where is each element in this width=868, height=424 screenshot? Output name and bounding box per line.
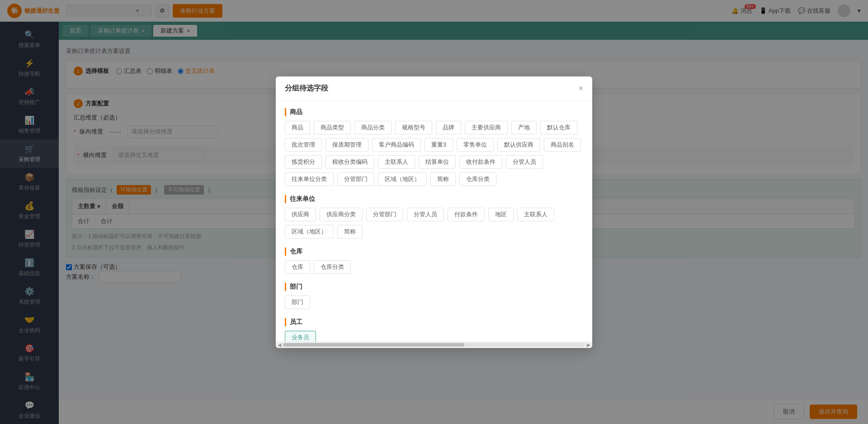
field-tags-1: 供应商供应商分类分管部门分管人员付款条件地区主联系人区域（地区）简称 bbox=[285, 208, 583, 238]
field-tag-1-5[interactable]: 地区 bbox=[488, 208, 514, 221]
modal-close-button[interactable]: × bbox=[578, 84, 583, 93]
field-tag-2-1[interactable]: 仓库分类 bbox=[314, 260, 351, 274]
field-group-title-2: 仓库 bbox=[285, 248, 583, 256]
field-tag-0-0[interactable]: 商品 bbox=[285, 121, 310, 134]
modal-header: 分组待选字段 × bbox=[276, 76, 592, 101]
field-tag-1-8[interactable]: 简称 bbox=[337, 225, 363, 238]
field-tag-1-0[interactable]: 供应商 bbox=[285, 208, 316, 221]
field-group-1: 往来单位供应商供应商分类分管部门分管人员付款条件地区主联系人区域（地区）简称 bbox=[285, 195, 583, 238]
field-tag-0-19[interactable]: 收付款条件 bbox=[459, 155, 502, 169]
field-tag-4-0[interactable]: 业务员 bbox=[285, 331, 316, 342]
field-group-title-0: 商品 bbox=[285, 108, 583, 116]
hscroll-left-arrow[interactable]: ◀ bbox=[278, 342, 281, 348]
field-tag-0-25[interactable]: 仓库分类 bbox=[459, 172, 496, 186]
modal-horizontal-scrollbar[interactable]: ◀ ▶ bbox=[276, 342, 592, 348]
field-tag-3-0[interactable]: 部门 bbox=[285, 295, 310, 309]
hscroll-thumb bbox=[283, 343, 464, 347]
field-tag-1-2[interactable]: 分管部门 bbox=[366, 208, 403, 221]
field-tag-0-18[interactable]: 结算单位 bbox=[419, 155, 456, 169]
field-tag-1-7[interactable]: 区域（地区） bbox=[285, 225, 334, 238]
field-tag-1-6[interactable]: 主联系人 bbox=[517, 208, 554, 221]
field-tag-0-7[interactable]: 默认仓库 bbox=[540, 121, 577, 134]
field-tag-0-5[interactable]: 主要供应商 bbox=[465, 121, 508, 134]
field-tag-0-12[interactable]: 零售单位 bbox=[457, 138, 494, 152]
field-tags-3: 部门 bbox=[285, 295, 583, 309]
modal-body: 商品商品商品类型商品分类规格型号品牌主要供应商产地默认仓库批次管理保质期管理客户… bbox=[276, 101, 592, 342]
field-tag-1-3[interactable]: 分管人员 bbox=[407, 208, 444, 221]
field-group-2: 仓库仓库仓库分类 bbox=[285, 248, 583, 274]
hscroll-track bbox=[283, 343, 585, 347]
field-tag-0-15[interactable]: 拣货积分 bbox=[285, 155, 322, 169]
field-tag-0-20[interactable]: 分管人员 bbox=[506, 155, 543, 169]
field-tags-2: 仓库仓库分类 bbox=[285, 260, 583, 274]
field-tag-0-10[interactable]: 客户商品编码 bbox=[372, 138, 421, 152]
field-tag-1-4[interactable]: 付款条件 bbox=[448, 208, 485, 221]
field-tags-0: 商品商品类型商品分类规格型号品牌主要供应商产地默认仓库批次管理保质期管理客户商品… bbox=[285, 121, 583, 186]
field-group-3: 部门部门 bbox=[285, 283, 583, 309]
field-tag-0-14[interactable]: 商品别名 bbox=[544, 138, 581, 152]
field-tag-1-1[interactable]: 供应商分类 bbox=[320, 208, 363, 221]
field-tag-0-3[interactable]: 规格型号 bbox=[395, 121, 432, 134]
modal-title: 分组待选字段 bbox=[285, 84, 328, 93]
field-group-title-3: 部门 bbox=[285, 283, 583, 291]
field-tag-0-13[interactable]: 默认供应商 bbox=[497, 138, 540, 152]
field-tag-0-4[interactable]: 品牌 bbox=[436, 121, 461, 134]
modal-overlay: 分组待选字段 × 商品商品商品类型商品分类规格型号品牌主要供应商产地默认仓库批次… bbox=[0, 0, 868, 424]
field-tag-2-0[interactable]: 仓库 bbox=[285, 260, 310, 274]
field-group-4: 员工业务员 bbox=[285, 318, 583, 342]
field-tag-0-21[interactable]: 往来单位分类 bbox=[285, 172, 334, 186]
field-tag-0-6[interactable]: 产地 bbox=[511, 121, 537, 134]
field-tag-0-17[interactable]: 主联系人 bbox=[378, 155, 415, 169]
field-tag-0-22[interactable]: 分管部门 bbox=[337, 172, 374, 186]
field-tag-0-8[interactable]: 批次管理 bbox=[285, 138, 322, 152]
field-tag-0-23[interactable]: 区域（地区） bbox=[378, 172, 427, 186]
field-tag-0-9[interactable]: 保质期管理 bbox=[326, 138, 368, 152]
field-group-title-4: 员工 bbox=[285, 318, 583, 326]
field-group-0: 商品商品商品类型商品分类规格型号品牌主要供应商产地默认仓库批次管理保质期管理客户… bbox=[285, 108, 583, 186]
field-tag-0-1[interactable]: 商品类型 bbox=[314, 121, 351, 134]
field-tag-0-11[interactable]: 重量3 bbox=[425, 138, 453, 152]
field-tag-0-24[interactable]: 简称 bbox=[430, 172, 456, 186]
hscroll-right-arrow[interactable]: ▶ bbox=[587, 342, 590, 348]
field-group-title-1: 往来单位 bbox=[285, 195, 583, 203]
field-tags-4: 业务员 bbox=[285, 331, 583, 342]
field-selection-modal: 分组待选字段 × 商品商品商品类型商品分类规格型号品牌主要供应商产地默认仓库批次… bbox=[276, 76, 592, 348]
field-tag-0-2[interactable]: 商品分类 bbox=[354, 121, 392, 134]
field-tag-0-16[interactable]: 税收分类编码 bbox=[326, 155, 374, 169]
